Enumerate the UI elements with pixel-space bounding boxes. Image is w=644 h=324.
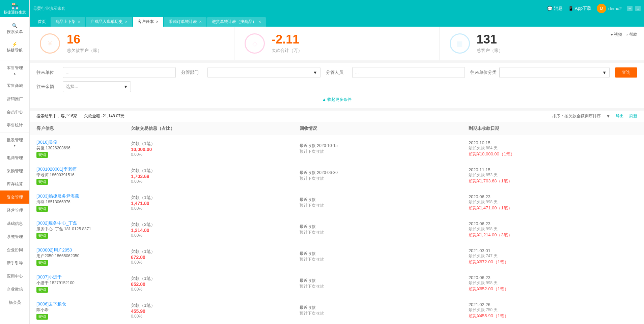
stat-info-1: 16 总欠款客户（家）: [67, 33, 102, 54]
sidebar-item-retail-store[interactable]: 零售商城: [0, 79, 29, 92]
customer-name-3[interactable]: [0002]服务中心_丁磊: [36, 220, 131, 226]
member-label: 会员中心: [1, 109, 28, 115]
overdue-amount-2[interactable]: 超期¥1,471.00（1笔）: [469, 205, 637, 211]
message-btn[interactable]: 💬 消息: [547, 5, 563, 11]
debt-info-4: 欠款（1笔） 672.00 0.00%: [131, 248, 300, 265]
balance-placeholder: 选择...: [66, 84, 78, 90]
customer-phone-5: 小进干 18279152100: [36, 280, 131, 286]
sidebar-item-ops[interactable]: 经营管理: [0, 204, 29, 217]
tab-products-off[interactable]: 商品上下架 ✕: [51, 17, 85, 27]
query-button[interactable]: 查询: [615, 67, 637, 78]
tab-close-purchase-product[interactable]: ✕: [258, 20, 261, 24]
sidebar-item-basic-info[interactable]: 基础信息: [0, 217, 29, 230]
vip-label: 畅会员: [1, 300, 28, 305]
tab-customer-account[interactable]: 客户账本 ✕: [133, 17, 163, 27]
customer-name-1[interactable]: [0001020001]李老师: [36, 166, 131, 172]
overdue-amount-1[interactable]: 超期¥1,703.68（1笔）: [469, 178, 637, 184]
sidebar-item-enterprise[interactable]: 企业协同: [0, 243, 29, 256]
sidebar-item-vip[interactable]: 畅会员: [0, 296, 29, 309]
tab-home[interactable]: 首页: [33, 17, 51, 27]
debt-amount-3[interactable]: 1,214.00: [131, 228, 300, 233]
overdue-amount-6[interactable]: 超期¥455.90（1笔）: [469, 313, 637, 319]
debt-ratio-6: 0.00%: [131, 314, 300, 319]
collection-next-0: 预计下次收款: [300, 149, 468, 154]
phone-icon: 📱: [568, 6, 573, 11]
sidebar-item-sys-mgmt[interactable]: 系统管理: [0, 230, 29, 243]
table-row: [0006]去下粮仓 陈小希 现销 欠款（1笔） 455.90 0.00% 最近…: [30, 297, 644, 324]
tab-close-customer[interactable]: ✕: [156, 20, 159, 24]
customer-name-5[interactable]: [0007]小进干: [36, 274, 131, 280]
user-menu[interactable]: D demo2: [597, 4, 622, 13]
sidebar-search-btn[interactable]: 🔍 搜索菜单: [0, 20, 29, 38]
sidebar-item-inventory[interactable]: 库存核算: [0, 177, 29, 190]
filter-person: 分管人员 ...: [326, 67, 465, 78]
tab-purchase-stats[interactable]: 采购订单统计表 ✕: [164, 17, 206, 27]
tab-close-purchase[interactable]: ✕: [199, 20, 202, 24]
tab-close-products-off[interactable]: ✕: [78, 20, 80, 24]
video-btn[interactable]: ● 视频: [611, 32, 622, 37]
overdue-amount-4[interactable]: 超期¥672.00（1笔）: [469, 259, 637, 265]
overdue-date-3: 2020.06.23: [469, 221, 637, 226]
customer-name-4[interactable]: [000002]用户2050: [36, 247, 131, 253]
customer-name-0[interactable]: [0016]吴俊: [36, 139, 131, 145]
stat-card-1: ¥ 16 总欠款客户（家）: [30, 27, 234, 60]
sidebar-item-marketing[interactable]: 营销推广: [0, 92, 29, 105]
minimize-button[interactable]: ─: [627, 6, 633, 11]
debt-amount-4[interactable]: 672.00: [131, 255, 300, 260]
sidebar-quick-nav[interactable]: ⚡ 快捷导航: [0, 38, 29, 57]
stat-value-3: 131: [477, 33, 503, 46]
debt-amount-0[interactable]: 10,000.00: [131, 147, 300, 152]
sidebar-item-ecommerce[interactable]: 电商管理: [0, 151, 29, 164]
debt-count-4: 欠款（1笔）: [131, 248, 300, 255]
overdue-days-4: 最长欠款 747 天: [469, 253, 637, 259]
export-btn[interactable]: 导出: [616, 113, 624, 119]
help-btn[interactable]: ○ 帮助: [625, 32, 637, 37]
collapse-button[interactable]: ▲ 收起更多条件: [36, 95, 637, 104]
debt-info-5: 欠款（1笔） 652.00 0.00%: [131, 275, 300, 292]
debt-amount-2[interactable]: 1,471.00: [131, 201, 300, 206]
tab-close-history[interactable]: ✕: [125, 20, 128, 24]
category-select[interactable]: ▼: [499, 67, 610, 78]
refresh-btn[interactable]: 刷新: [629, 113, 637, 119]
debt-info-6: 欠款（1笔） 455.90 0.00%: [131, 302, 300, 319]
overdue-amount-5[interactable]: 超期¥652.00（1笔）: [469, 286, 637, 292]
overdue-info-4: 2021.03.01 最长欠款 747 天 超期¥672.00（1笔）: [469, 248, 637, 265]
maximize-button[interactable]: □: [635, 6, 641, 11]
collection-next-3: 预计下次收款: [300, 230, 468, 235]
sidebar-item-retail-mgmt[interactable]: 零售管理 ▲: [0, 61, 29, 79]
supplier-input[interactable]: ...: [63, 67, 176, 78]
customer-name-2[interactable]: [0003]畅捷服务尹海燕: [36, 193, 131, 199]
overdue-amount-0[interactable]: 超期¥10,000.00（1笔）: [469, 151, 637, 157]
dept-select[interactable]: ▼: [207, 67, 320, 78]
debt-amount-1[interactable]: 1,703.68: [131, 174, 300, 179]
sidebar-item-batch-mgmt[interactable]: 批发管理 ▼: [0, 133, 29, 151]
balance-select[interactable]: 选择... ▼: [63, 81, 131, 92]
sidebar: 🏪 畅捷通好生意 🔍 搜索菜单 ⚡ 快捷导航 零售管理 ▲ 零售商城: [0, 0, 30, 324]
sidebar-item-app-center[interactable]: 应用中心: [0, 269, 29, 283]
status-badge-0: 现销: [36, 152, 48, 158]
sidebar-item-purchase[interactable]: 采购管理: [0, 164, 29, 177]
tab-products-history-label: 产成品入库单历史: [90, 19, 123, 25]
yuan-icon: ¥: [48, 40, 52, 48]
debt-amount-5[interactable]: 652.00: [131, 282, 300, 287]
sidebar-item-member[interactable]: 会员中心: [0, 105, 29, 118]
sidebar-item-retail-stats[interactable]: 零售统计: [0, 118, 29, 131]
customer-phone-3: 服务中心_丁磊 181 0125 8371: [36, 226, 131, 232]
filter-category: 往来单位分类 ▼: [470, 67, 610, 78]
overdue-amount-3[interactable]: 超期¥1,214.00（3笔）: [469, 232, 637, 238]
customer-name-6[interactable]: [0006]去下粮仓: [36, 301, 131, 307]
app-download-btn[interactable]: 📱 App下载: [568, 5, 591, 11]
status-badge-4: 现销: [36, 260, 48, 266]
person-input[interactable]: ...: [352, 67, 465, 78]
collection-info-0: 最近收款 2020-10-15 预计下次收款: [300, 143, 468, 154]
sys-mgmt-label: 系统管理: [1, 234, 28, 240]
debt-amount-6[interactable]: 455.90: [131, 308, 300, 314]
tab-purchase-product-stats[interactable]: 进货单统计表（按商品） ✕: [207, 17, 266, 27]
sidebar-item-new-guide[interactable]: 新手引导: [0, 256, 29, 269]
overdue-date-1: 2020.11.15: [469, 167, 637, 172]
tab-products-history[interactable]: 产成品入库单历史 ✕: [86, 17, 132, 27]
overdue-info-0: 2020.10.15 最长欠款 884 天 超期¥10,000.00（1笔）: [469, 140, 637, 157]
sidebar-item-finance[interactable]: 资金管理: [0, 190, 29, 204]
col-overdue: 到期未收款日期: [469, 125, 637, 131]
sidebar-item-enterprise-wx[interactable]: 企业微信: [0, 283, 29, 296]
